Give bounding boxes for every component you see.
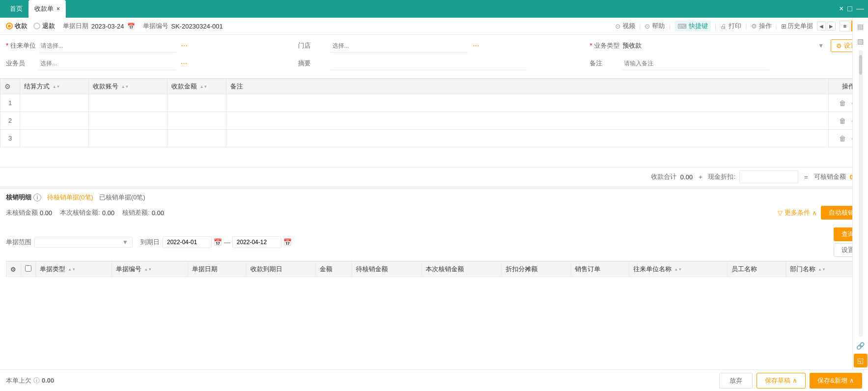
tab-close-icon[interactable]: × xyxy=(56,5,60,12)
row-1-account[interactable] xyxy=(89,94,167,112)
list-view-btn[interactable]: ≡ xyxy=(840,21,850,31)
row-3-account[interactable] xyxy=(89,130,167,147)
row-1-settlement[interactable] xyxy=(20,94,89,112)
total-value: 0.00 xyxy=(680,173,693,181)
done-tab[interactable]: 已核销单据(0笔) xyxy=(99,193,145,202)
row-3-settlement[interactable] xyxy=(20,130,89,147)
window-minimize-icon[interactable]: — xyxy=(856,4,864,13)
print-icon: 🖨 xyxy=(720,23,727,30)
date-to-input[interactable] xyxy=(232,236,281,248)
divider4: | xyxy=(745,23,747,30)
range-select[interactable]: ▼ xyxy=(34,237,133,248)
window-close-icon[interactable]: × xyxy=(839,4,843,13)
history-label: 历史单据 xyxy=(787,22,813,30)
save-new-button[interactable]: 保存&新增 ∧ xyxy=(810,373,862,389)
summary-input[interactable] xyxy=(330,56,527,70)
vth-discount: 折扣分摊额 xyxy=(502,262,571,277)
vth-pending-label: 待核销金额 xyxy=(356,265,388,273)
note-field: 备注 xyxy=(590,56,862,70)
discount-input[interactable] xyxy=(739,170,798,183)
row-2-account[interactable] xyxy=(89,112,167,130)
tab-receipt[interactable]: 收款单 × xyxy=(28,0,66,18)
staff-more-icon[interactable]: ··· xyxy=(179,59,189,68)
tab-bar-actions: × □ — xyxy=(839,4,864,13)
counterpart-input[interactable] xyxy=(39,39,176,53)
table-row: 1 🗑 ⊕ xyxy=(0,94,868,112)
sidebar-grid-icon[interactable]: ▨ xyxy=(854,34,868,48)
row-1-note[interactable] xyxy=(226,94,829,112)
radio-receipt[interactable]: 收款 xyxy=(6,22,27,30)
verify-info-icon[interactable]: i xyxy=(33,194,41,201)
save-draft-button[interactable]: 保存草稿 ∧ xyxy=(757,373,806,389)
row-2-amount[interactable] xyxy=(167,112,226,130)
vth-date: 单据日期 xyxy=(188,262,246,277)
available-label: 可核销金额 xyxy=(814,172,846,181)
sort-icon2: ▲▼ xyxy=(121,85,129,89)
video-action[interactable]: ⊙ 视频 xyxy=(615,22,635,30)
current-value: 0.00 xyxy=(102,209,114,217)
right-sidebar: ▤ ▨ 🔗 ◱ xyxy=(852,18,868,369)
equals-sign: = xyxy=(804,173,808,181)
verify-table: ⚙ 单据类型 ▲▼ 单据编号 ▲▼ 单据日期 xyxy=(6,261,862,277)
row-2-delete-icon[interactable]: 🗑 xyxy=(838,116,847,126)
row-num-2: 2 xyxy=(0,112,20,130)
row-1-delete-icon[interactable]: 🗑 xyxy=(838,98,847,108)
tab-home[interactable]: 首页 xyxy=(4,0,28,18)
date-from-icon[interactable]: 📅 xyxy=(214,238,222,246)
vth-settings[interactable]: ⚙ xyxy=(6,262,21,277)
date-to-icon[interactable]: 📅 xyxy=(283,238,292,246)
divider1: | xyxy=(639,23,641,30)
vth-staff-label: 员工名称 xyxy=(732,265,757,273)
sidebar-link-icon[interactable]: 🔗 xyxy=(854,339,868,353)
radio-refund[interactable]: 退款 xyxy=(33,22,55,30)
vth-number: 单据编号 ▲▼ xyxy=(112,262,188,277)
counterpart-more-icon[interactable]: ··· xyxy=(179,41,190,50)
vth-dept-label: 部门名称 xyxy=(790,265,815,273)
calendar-icon[interactable]: 📅 xyxy=(127,23,135,30)
row-2-note[interactable] xyxy=(226,112,829,130)
business-type-value: 预收款 xyxy=(623,41,816,50)
operation-action[interactable]: ⚙ 操作 xyxy=(751,22,772,30)
th-settings[interactable]: ⚙ xyxy=(0,79,20,94)
select-all-checkbox[interactable] xyxy=(25,265,31,272)
verify-right: ▽ 更多条件 ∧ 自动核销 xyxy=(778,206,862,220)
window-restore-icon[interactable]: □ xyxy=(847,4,852,13)
prev-arrow[interactable]: ◀ xyxy=(817,22,826,30)
date-range-group: 📅 — 📅 xyxy=(163,236,292,248)
pending-tab[interactable]: 待核销单据(0笔) xyxy=(47,193,93,202)
vth-due-date: 收款到期日 xyxy=(246,262,316,277)
gear-icon[interactable]: ⚙ xyxy=(4,83,11,90)
sidebar-table-icon[interactable]: ▤ xyxy=(854,20,868,33)
row-2-settlement[interactable] xyxy=(20,112,89,130)
unchecked-stat: 未核销金额 0.00 xyxy=(6,208,52,217)
vth-gear-icon[interactable]: ⚙ xyxy=(10,266,16,273)
store-input[interactable] xyxy=(330,39,468,53)
row-3-amount[interactable] xyxy=(167,130,226,147)
discount-label: 现金折扣: xyxy=(708,172,735,181)
business-type-select[interactable]: 预收款 ▼ xyxy=(623,41,824,50)
scrollbar[interactable] xyxy=(859,50,863,337)
print-action[interactable]: 🖨 打印 xyxy=(720,22,741,30)
sidebar-expand-icon[interactable]: ◱ xyxy=(854,354,868,367)
summary-field: 摘要 xyxy=(298,56,570,70)
date-from-input[interactable] xyxy=(163,236,212,248)
next-arrow[interactable]: ▶ xyxy=(827,22,836,30)
help-action[interactable]: ⊙ 帮助 xyxy=(645,22,665,30)
shortcut-action[interactable]: ⌨ 快捷键 xyxy=(675,21,711,31)
note-input[interactable] xyxy=(622,56,769,70)
row-1-amount[interactable] xyxy=(167,94,226,112)
row-3-note[interactable] xyxy=(226,130,829,147)
abandon-button[interactable]: 放弃 xyxy=(719,373,753,389)
save-new-label: 保存&新增 xyxy=(817,376,847,385)
row-3-delete-icon[interactable]: 🗑 xyxy=(838,134,847,143)
vth-checkbox[interactable] xyxy=(21,262,36,277)
store-more-icon[interactable]: ··· xyxy=(471,41,481,50)
more-filter-button[interactable]: ▽ 更多条件 ∧ xyxy=(778,208,817,217)
verify-title: 核销明细 i xyxy=(6,193,41,202)
staff-input[interactable] xyxy=(38,56,176,70)
th-note-label: 备注 xyxy=(230,83,243,90)
bottom-info-icon[interactable]: ⓘ xyxy=(33,376,40,385)
divider3: | xyxy=(715,23,716,30)
history-action[interactable]: ⊞ 历史单据 xyxy=(781,22,813,30)
vth-counterpart-label: 往来单位名称 xyxy=(633,265,672,273)
